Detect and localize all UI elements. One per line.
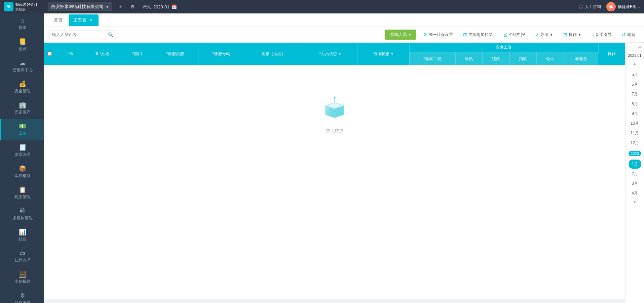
settlement-icon: 📊 — [19, 229, 26, 235]
export-label: 导出 — [540, 32, 548, 38]
select-all-checkbox[interactable] — [47, 51, 52, 56]
period-label: 账期 — [143, 4, 151, 10]
th-checkbox[interactable] — [44, 43, 56, 65]
svg-point-5 — [334, 97, 335, 98]
expense-icon: 🧮 — [19, 271, 26, 277]
sidebar-label-archive: 归档管理 — [14, 258, 31, 263]
search-wrap: 🔍 — [49, 31, 116, 39]
search-input[interactable] — [52, 32, 106, 37]
sidebar-label-cloud-report: 云报表中心 — [12, 67, 33, 73]
month-2022-10[interactable]: 10月 — [626, 119, 644, 128]
sidebar-item-tax[interactable]: 📋 税务管理 — [0, 183, 44, 204]
month-2022-6[interactable]: 6月 — [626, 80, 644, 89]
month-2023-1[interactable]: 1月 — [629, 160, 641, 169]
empty-state: 暂无数据 — [44, 65, 625, 161]
th-name: ⇅ *姓名 — [83, 43, 122, 65]
sidebar-item-archive[interactable]: 🗂 归档管理 — [0, 246, 44, 267]
month-2022-12[interactable]: 12月 — [626, 138, 644, 147]
add-chevron-icon: ▼ — [408, 33, 412, 37]
special-deduct-button[interactable]: ⊞ 专项附加扣除 — [460, 30, 496, 39]
sidebar-item-inventory[interactable]: 📦 库存核算 — [0, 162, 44, 183]
user-name: 畅捷通B组... — [618, 4, 640, 10]
sidebar-item-ledger[interactable]: 📒 总账 — [0, 35, 44, 56]
calendar-icon[interactable]: 📅 — [172, 4, 177, 9]
settings-icon[interactable]: ⚙ — [128, 2, 137, 11]
app-name: 畅应通好会计 旗舰版 — [15, 2, 38, 11]
add-company-button[interactable]: ＋ — [116, 2, 125, 11]
th-deduction: 扣款 — [509, 53, 537, 66]
sidebar-item-invoice[interactable]: 🧾 发票管理 — [0, 140, 44, 162]
sidebar-label-expense: 小畅报销 — [14, 279, 31, 285]
sidebar-item-cloud-report[interactable]: ☁ 云报表中心 — [0, 56, 44, 77]
th-cert-type: *证型类型 — [152, 43, 198, 65]
period-value: 2023-01 — [153, 4, 169, 9]
sidebar-label-invoice: 发票管理 — [14, 152, 31, 158]
guide-circle-icon: ○ — [592, 32, 594, 37]
social-security-label: 统一社保设置 — [429, 32, 453, 38]
archive-icon: 🗂 — [20, 250, 26, 256]
right-panel-controls: ✕ ⛶ — [626, 45, 644, 52]
table-container[interactable]: 工号 ⇅ *姓名 *部门 *证型类型 *证型号码 国籍（地区） *人员状态 ▼ … — [44, 43, 625, 299]
tax-filing-button[interactable]: 🖨 个税申报 — [499, 30, 528, 39]
export-button[interactable]: ↗ 导出 ▼ — [532, 30, 557, 39]
sidebar-item-fixed-asset[interactable]: 🏢 固定资产 — [0, 98, 44, 119]
sidebar-item-settlement[interactable]: 📊 结账 — [0, 225, 44, 246]
account-period: 账期 2023-01 📅 — [143, 4, 177, 10]
tax-icon: 📋 — [19, 187, 26, 193]
logo-area: 畅 畅应通好会计 旗舰版 — [4, 2, 48, 11]
month-2023-4[interactable]: 4月 — [626, 189, 644, 198]
month-2023-2[interactable]: 2月 — [626, 169, 644, 178]
social-security-button[interactable]: ⚙ 统一社保设置 — [420, 30, 456, 39]
add-person-button[interactable]: 添加人员 ▼ — [385, 30, 416, 40]
export-chevron-icon: ▼ — [550, 33, 553, 37]
home-icon: ⌂ — [21, 17, 24, 24]
guide-button[interactable]: ○ 新手引导 — [588, 30, 615, 39]
sidebar-item-settings[interactable]: ⚙ 基础设置 — [0, 289, 44, 303]
status-filter-icon[interactable]: ▼ — [338, 52, 341, 56]
month-2022-7[interactable]: 7月 — [626, 90, 644, 99]
sidebar-label-multi-org: 多机构管理 — [12, 215, 33, 221]
month-2022-5[interactable]: 5月 — [626, 70, 644, 79]
th-status: *人员状态 ▼ — [303, 43, 358, 65]
ops-label: 操作 — [569, 32, 577, 38]
cloud-icon: ☁ — [20, 60, 26, 66]
sidebar-label-fixed-asset: 固定资产 — [14, 110, 31, 115]
table-scrollbar[interactable] — [44, 299, 625, 303]
month-2022-9[interactable]: 9月 — [626, 109, 644, 118]
sidebar-item-salary[interactable]: 💵 工资 — [0, 119, 44, 140]
special-deduct-label: 专项附加扣除 — [468, 32, 493, 38]
th-allowance: 津贴 — [455, 53, 483, 66]
search-icon: 🔍 — [108, 32, 113, 37]
tab-home-label: 首页 — [54, 17, 63, 23]
sidebar-item-home[interactable]: ⌂ 首页 — [0, 13, 44, 35]
service-button[interactable]: 🎧 人工咨询 — [578, 4, 601, 10]
inventory-icon: 📦 — [19, 166, 26, 172]
export-icon: ↗ — [535, 32, 539, 37]
service-label: 人工咨询 — [585, 4, 601, 10]
close-panel-button[interactable]: ✕ — [638, 45, 642, 50]
scroll-down-button[interactable]: ▼ — [630, 199, 640, 206]
th-performance: 绩效 — [483, 53, 510, 66]
company-selector[interactable]: 西安虾米网络科技有限公司 ▼ — [48, 2, 112, 11]
ops-icon: ⊟ — [563, 32, 567, 37]
th-cert-num: *证型号码 — [198, 43, 244, 65]
tab-salary[interactable]: 工资表 ✕ — [69, 14, 99, 26]
sidebar-item-multi-org[interactable]: 🏛 多机构管理 — [0, 204, 44, 225]
sidebar-item-expense[interactable]: 🧮 小畅报销 — [0, 267, 44, 289]
month-2022-11[interactable]: 11月 — [626, 129, 644, 138]
report-filter-icon[interactable]: ▼ — [390, 52, 394, 56]
refresh-label: 刷新 — [627, 32, 635, 38]
refresh-button[interactable]: ↺ 刷新 — [618, 30, 639, 39]
tab-home[interactable]: 首页 — [49, 14, 67, 26]
operations-button[interactable]: ⊟ 操作 ▼ — [560, 30, 585, 39]
scroll-up-button[interactable]: ▲ — [630, 60, 640, 68]
refresh-icon: ↺ — [622, 32, 626, 37]
sidebar-item-fund[interactable]: 💰 资金管理 — [0, 77, 44, 98]
svg-point-3 — [337, 109, 339, 111]
month-2023-3[interactable]: 3月 — [626, 179, 644, 188]
month-2022-8[interactable]: 8月 — [626, 99, 644, 109]
tab-salary-close[interactable]: ✕ — [88, 17, 94, 23]
building-icon: 🏢 — [19, 102, 26, 108]
user-info[interactable]: 畅 畅捷通B组... — [606, 2, 640, 11]
th-report-status: 报送状态 ▼ — [358, 43, 410, 65]
